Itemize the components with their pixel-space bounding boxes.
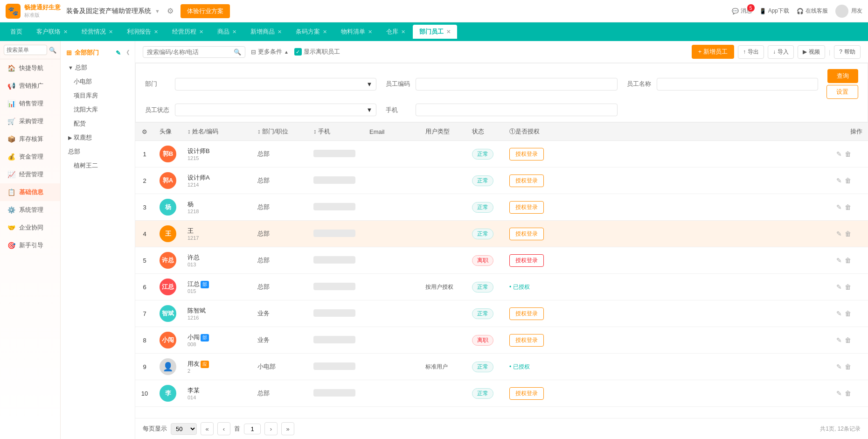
edit-icon[interactable]: ✎ xyxy=(836,310,842,317)
delete-icon[interactable]: 🗑 xyxy=(845,283,851,291)
dept-item-xiangmu[interactable]: 项目库房 xyxy=(61,89,135,103)
sidebar-item-operations[interactable]: 📈 经营管理 xyxy=(0,166,60,183)
sidebar-item-purchase[interactable]: 🛒 采购管理 xyxy=(0,112,60,130)
sidebar-item-quick-nav[interactable]: 🏠 快捷导航 xyxy=(0,59,60,77)
more-conditions-btn[interactable]: ⊟ 更多条件 ▲ xyxy=(251,48,289,56)
auth-login-btn[interactable]: 授权登录 xyxy=(509,334,544,347)
delete-icon[interactable]: 🗑 xyxy=(845,177,851,184)
tab-close-new-goods[interactable]: ✕ xyxy=(278,29,282,35)
tab-close-goods[interactable]: ✕ xyxy=(232,29,236,35)
col-phone[interactable]: ↕ 手机 xyxy=(308,123,364,141)
delete-icon[interactable]: 🗑 xyxy=(845,150,851,158)
dept-collapse-icon[interactable]: 《 xyxy=(124,49,129,57)
search-input[interactable] xyxy=(147,49,231,56)
edit-icon[interactable]: ✎ xyxy=(836,150,842,158)
tab-history[interactable]: 经营历程 ✕ xyxy=(166,25,210,39)
emp-status-select[interactable]: ▼ xyxy=(175,104,376,116)
delete-icon[interactable]: 🗑 xyxy=(845,390,851,397)
tab-close-history[interactable]: ✕ xyxy=(199,29,203,35)
tab-bom[interactable]: 物料清单 ✕ xyxy=(334,25,379,39)
tab-close-profit[interactable]: ✕ xyxy=(154,29,158,35)
set-button[interactable]: 设置 xyxy=(826,85,858,99)
add-employee-button[interactable]: + 新增员工 xyxy=(692,45,734,59)
auth-login-btn[interactable]: 授权登录 xyxy=(509,174,544,187)
dept-item-shenyang[interactable]: 沈阳大库 xyxy=(61,103,135,117)
sidebar-item-sales[interactable]: 📊 销售管理 xyxy=(0,95,60,112)
dept-item-zongbu-parent[interactable]: ▼ 总部 xyxy=(61,61,135,75)
dept-item-peihuo[interactable]: 配货 xyxy=(61,117,135,131)
import-button[interactable]: ↓ 导入 xyxy=(768,45,794,59)
sidebar-item-system[interactable]: ⚙️ 系统管理 xyxy=(0,201,60,219)
delete-icon[interactable]: 🗑 xyxy=(845,363,851,370)
tab-new-goods[interactable]: 新增商品 ✕ xyxy=(244,25,288,39)
edit-icon[interactable]: ✎ xyxy=(836,336,842,344)
prev-page-btn[interactable]: ‹ xyxy=(217,422,230,435)
app-download-button[interactable]: 📱 App下载 xyxy=(759,7,789,15)
delete-icon[interactable]: 🗑 xyxy=(845,203,851,211)
next-page-btn[interactable]: › xyxy=(264,422,278,435)
sidebar-item-inventory[interactable]: 📦 库存核算 xyxy=(0,130,60,148)
edit-icon[interactable]: ✎ xyxy=(836,257,842,264)
sidebar-item-finance[interactable]: 💰 资金管理 xyxy=(0,148,60,166)
edit-icon[interactable]: ✎ xyxy=(836,203,842,211)
tab-close-warehouse[interactable]: ✕ xyxy=(401,29,405,35)
query-button[interactable]: 查询 xyxy=(827,69,858,83)
delete-icon[interactable]: 🗑 xyxy=(845,336,851,344)
online-service-button[interactable]: 🎧 在线客服 xyxy=(797,7,828,15)
per-page-select[interactable]: 50 100 xyxy=(171,423,197,435)
auth-login-btn[interactable]: 授权登录 xyxy=(509,254,544,267)
search-icon[interactable]: 🔍 xyxy=(234,49,241,56)
edit-icon[interactable]: ✎ xyxy=(836,283,842,291)
tab-warehouse[interactable]: 仓库 ✕ xyxy=(380,25,412,39)
last-page-btn[interactable]: » xyxy=(281,422,294,435)
tab-customer[interactable]: 客户联络 ✕ xyxy=(30,25,74,39)
dept-edit-icon[interactable]: ✎ xyxy=(116,49,121,56)
delete-icon[interactable]: 🗑 xyxy=(845,230,851,237)
system-dropdown-arrow[interactable]: ▼ xyxy=(155,8,160,14)
col-settings[interactable]: ⚙ xyxy=(135,123,154,141)
emp-name-input[interactable] xyxy=(657,78,818,91)
dept-item-shuanglu[interactable]: ▶ 双鹿想 xyxy=(61,131,135,145)
dept-select[interactable]: ▼ xyxy=(175,78,376,91)
tab-profit[interactable]: 利润报告 ✕ xyxy=(120,25,165,39)
tab-close-customer[interactable]: ✕ xyxy=(63,29,68,35)
col-dept[interactable]: ↕ 部门/职位 xyxy=(252,123,308,141)
tab-close-operations[interactable]: ✕ xyxy=(109,29,113,35)
sidebar-search-input[interactable] xyxy=(4,45,47,55)
sidebar-item-collab[interactable]: 🤝 企业协同 xyxy=(0,219,60,237)
tab-employee[interactable]: 部门员工 ✕ xyxy=(413,25,457,39)
tab-home[interactable]: 首页 xyxy=(4,25,29,39)
auth-login-btn[interactable]: 授权登录 xyxy=(509,228,544,240)
tab-close-bom[interactable]: ✕ xyxy=(368,29,372,35)
dept-item-zhishu[interactable]: 植树王二 xyxy=(61,159,135,173)
edit-icon[interactable]: ✎ xyxy=(836,390,842,397)
edit-icon[interactable]: ✎ xyxy=(836,363,842,370)
settings-icon[interactable]: ⚙ xyxy=(164,5,177,18)
auth-login-btn[interactable]: 授权登录 xyxy=(509,307,544,320)
dept-item-zongbu2[interactable]: 总部 xyxy=(61,145,135,159)
col-name[interactable]: ↕ 姓名/编码 xyxy=(182,123,252,141)
delete-icon[interactable]: 🗑 xyxy=(845,310,851,317)
show-resigned-toggle[interactable]: ✓ 显示离职员工 xyxy=(294,48,340,56)
tab-close-employee[interactable]: ✕ xyxy=(446,29,451,35)
sidebar-item-basic-info[interactable]: 📋 基础信息 xyxy=(0,183,60,201)
view-button[interactable]: ▶ 视频 xyxy=(798,45,825,59)
user-area[interactable]: 用友 xyxy=(835,5,862,18)
emp-code-input[interactable] xyxy=(416,78,617,91)
help-button[interactable]: ? 帮助 xyxy=(834,45,861,59)
sidebar-search-icon[interactable]: 🔍 xyxy=(49,47,56,54)
page-input[interactable] xyxy=(244,424,261,434)
first-page-btn[interactable]: « xyxy=(201,422,214,435)
tab-barcode[interactable]: 条码方案 ✕ xyxy=(289,25,333,39)
phone-input[interactable] xyxy=(416,104,617,116)
export-button[interactable]: ↑ 导出 xyxy=(738,45,764,59)
edit-icon[interactable]: ✎ xyxy=(836,177,842,184)
auth-login-btn[interactable]: 授权登录 xyxy=(509,201,544,214)
messages-button[interactable]: 💬 消息 5 xyxy=(732,7,752,15)
sidebar-item-marketing[interactable]: 📢 营销推广 xyxy=(0,77,60,95)
tab-goods[interactable]: 商品 ✕ xyxy=(211,25,243,39)
auth-login-btn[interactable]: 授权登录 xyxy=(509,148,544,160)
dept-item-xiaodian[interactable]: 小电部 xyxy=(61,75,135,89)
auth-login-btn[interactable]: 授权登录 xyxy=(509,387,544,400)
dept-all-item[interactable]: ⊞ 全部部门 ✎ 《 xyxy=(61,45,135,61)
